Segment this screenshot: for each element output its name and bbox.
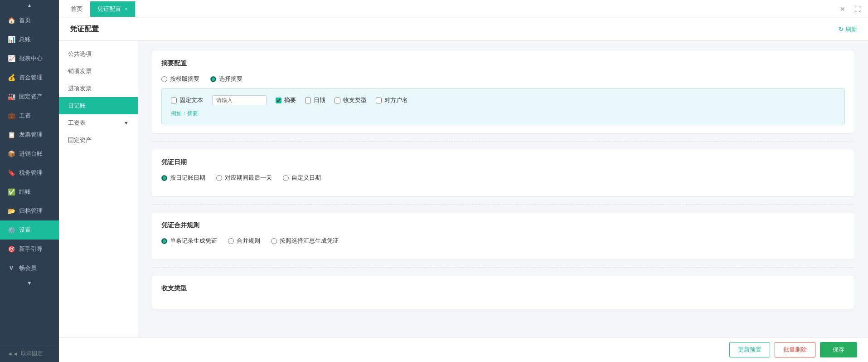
- income-type-checkbox-label[interactable]: 收支类型: [335, 96, 367, 104]
- fixed-text-input[interactable]: [212, 95, 267, 105]
- merge-rule-label: 合并规则: [237, 237, 260, 245]
- divider-1: [152, 141, 854, 142]
- left-nav-purchase-invoice-label: 进项发票: [68, 84, 92, 93]
- refresh-label: 刷新: [845, 25, 857, 34]
- voucher-date-title: 凭证日期: [161, 158, 845, 166]
- journal-date-label: 按日记账日期: [170, 174, 205, 182]
- tab-home-label: 首页: [71, 5, 82, 12]
- summary-checkbox-label[interactable]: 摘要: [276, 96, 296, 104]
- right-content: 摘要配置 按模版摘要 选择摘要: [138, 41, 868, 337]
- sidebar-item-guide-label: 新手引导: [19, 245, 43, 253]
- sidebar-item-assets[interactable]: 🏭 固定资产: [0, 87, 59, 106]
- tab-bar-actions: ✕ ⛶: [837, 4, 868, 15]
- custom-date-input[interactable]: [283, 175, 289, 181]
- sidebar: ▲ 🏠 首页 📊 总账 📈 报表中心 💰 资金管理 🏭 固定资产 💼 工资 📋 …: [0, 0, 59, 362]
- sidebar-item-payroll[interactable]: 💼 工资: [0, 106, 59, 125]
- template-summary-input[interactable]: [161, 76, 167, 82]
- guide-icon: 🎯: [7, 245, 15, 253]
- sidebar-scroll-up[interactable]: ▲: [0, 0, 59, 11]
- select-summary-input[interactable]: [210, 76, 216, 82]
- sidebar-item-reports[interactable]: 📈 报表中心: [0, 49, 59, 68]
- last-day-input[interactable]: [216, 175, 222, 181]
- page-title: 凭证配置: [70, 24, 99, 34]
- example-text: 例如：摘要: [171, 110, 835, 117]
- sidebar-item-settlement[interactable]: ✅ 结账: [0, 182, 59, 201]
- refresh-icon: ↻: [839, 26, 844, 33]
- left-nav-sales-invoice-label: 销项发票: [68, 67, 92, 75]
- sidebar-item-archive-mgmt[interactable]: 📂 归档管理: [0, 201, 59, 220]
- left-nav-payroll-table[interactable]: 工资表 ▼: [59, 114, 138, 132]
- journal-date-input[interactable]: [161, 175, 167, 181]
- select-summary-label: 选择摘要: [219, 75, 242, 83]
- close-window-btn[interactable]: ✕: [837, 4, 848, 15]
- maximize-window-btn[interactable]: ⛶: [852, 4, 863, 15]
- last-day-radio[interactable]: 对应期间最后一天: [216, 174, 272, 182]
- body-layout: 公共选项 销项发票 进项发票 日记账 工资表 ▼ 固定资产: [59, 41, 868, 337]
- sidebar-item-member[interactable]: V 畅会员: [0, 259, 59, 278]
- template-summary-label: 按模版摘要: [170, 75, 199, 83]
- voucher-date-radio-group: 按日记账日期 对应期间最后一天 自定义日期: [161, 174, 845, 182]
- left-nav-payroll-label: 工资表: [68, 119, 86, 127]
- save-btn[interactable]: 保存: [820, 342, 857, 357]
- sidebar-item-sales-ledger-label: 进销台账: [19, 150, 43, 158]
- merge-rule-radio[interactable]: 合并规则: [228, 237, 260, 245]
- journal-date-radio[interactable]: 按日记账日期: [161, 174, 205, 182]
- pin-icon: ◄◄: [7, 351, 18, 357]
- update-preview-btn[interactable]: 更新预置: [729, 342, 770, 357]
- sidebar-item-tax-mgmt[interactable]: 🔖 税务管理: [0, 163, 59, 182]
- left-nav-purchase-invoice[interactable]: 进项发票: [59, 80, 138, 97]
- assets-icon: 🏭: [7, 93, 15, 101]
- left-nav-sales-invoice[interactable]: 销项发票: [59, 63, 138, 80]
- sidebar-unpin-btn[interactable]: ◄◄ 取消固定: [0, 345, 59, 362]
- sidebar-item-invoice-mgmt[interactable]: 📋 发票管理: [0, 125, 59, 144]
- select-summary-radio[interactable]: 选择摘要: [210, 75, 242, 83]
- summary-section-title: 摘要配置: [161, 59, 845, 68]
- member-icon: V: [7, 264, 15, 272]
- custom-date-radio[interactable]: 自定义日期: [283, 174, 321, 182]
- date-checkbox-label[interactable]: 日期: [305, 96, 325, 104]
- sidebar-item-invoice-label: 发票管理: [19, 131, 43, 139]
- sidebar-item-sales-ledger[interactable]: 📦 进销台账: [0, 144, 59, 163]
- single-record-input[interactable]: [161, 238, 167, 244]
- sidebar-item-settings[interactable]: ⚙️ 设置: [0, 220, 59, 240]
- sidebar-item-guide[interactable]: 🎯 新手引导: [0, 240, 59, 259]
- sidebar-item-funds[interactable]: 💰 资金管理: [0, 68, 59, 87]
- summary-checkbox[interactable]: [276, 98, 281, 103]
- income-type-checkbox[interactable]: [335, 98, 340, 103]
- tab-home[interactable]: 首页: [63, 1, 90, 17]
- sidebar-item-settlement-label: 结账: [19, 188, 31, 196]
- income-type-section: 收支类型: [152, 275, 854, 309]
- funds-icon: 💰: [7, 73, 15, 82]
- batch-delete-btn[interactable]: 批量删除: [775, 342, 815, 357]
- single-record-radio[interactable]: 单条记录生成凭证: [161, 237, 217, 245]
- bottom-bar: 更新预置 批量删除 保存: [59, 337, 868, 362]
- template-summary-radio[interactable]: 按模版摘要: [161, 75, 199, 83]
- merge-rule-section: 凭证合并规则 单条记录生成凭证 合并规则 按照选择汇总生成凭证: [152, 212, 854, 260]
- select-merge-radio[interactable]: 按照选择汇总生成凭证: [271, 237, 339, 245]
- tab-close-icon[interactable]: ×: [125, 6, 128, 12]
- select-merge-input[interactable]: [271, 238, 277, 244]
- left-nav-public[interactable]: 公共选项: [59, 45, 138, 63]
- sidebar-item-ledger[interactable]: 📊 总账: [0, 30, 59, 49]
- merge-rule-title: 凭证合并规则: [161, 221, 845, 230]
- counterpart-label: 对方户名: [384, 96, 408, 104]
- counterpart-checkbox-label[interactable]: 对方户名: [376, 96, 408, 104]
- date-checkbox[interactable]: [305, 98, 311, 103]
- left-nav-journal[interactable]: 日记账: [59, 97, 138, 114]
- ledger-icon: 📊: [7, 35, 15, 44]
- divider-2: [152, 204, 854, 205]
- tab-voucher-config[interactable]: 凭证配置 ×: [90, 1, 136, 17]
- fixed-text-checkbox-label[interactable]: 固定文本: [171, 96, 203, 104]
- merge-rule-input[interactable]: [228, 238, 234, 244]
- settings-icon: ⚙️: [7, 226, 15, 234]
- custom-date-label: 自定义日期: [291, 174, 321, 182]
- sidebar-item-home[interactable]: 🏠 首页: [0, 11, 59, 30]
- fixed-text-checkbox[interactable]: [171, 98, 177, 103]
- counterpart-checkbox[interactable]: [376, 98, 382, 103]
- left-nav-fixed-assets[interactable]: 固定资产: [59, 132, 138, 149]
- left-nav-journal-label: 日记账: [68, 102, 86, 110]
- select-merge-label: 按照选择汇总生成凭证: [280, 237, 339, 245]
- chevron-down-icon: ▼: [124, 120, 129, 126]
- sidebar-scroll-down[interactable]: ▼: [0, 278, 59, 289]
- refresh-btn[interactable]: ↻ 刷新: [839, 25, 857, 34]
